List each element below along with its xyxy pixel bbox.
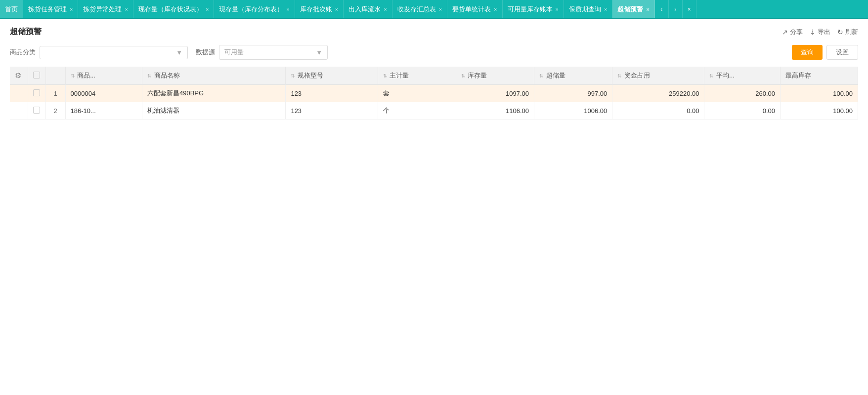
table-row: 2 186-10... 机油滤清器 123 个 1106.00 1006.00 … xyxy=(10,102,858,119)
page-title: 超储预警 xyxy=(10,27,42,37)
sort-icon: ⇅ xyxy=(147,73,151,79)
row-avg: 0.00 xyxy=(704,102,781,119)
nav-arrow-right[interactable]: › xyxy=(669,0,683,18)
header-actions: ↗ 分享 ⇣ 导出 ↻ 刷新 xyxy=(782,28,858,37)
filter-row: 商品分类 ▼ 数据源 可用量 ▼ 查询 设置 xyxy=(10,45,858,60)
nav-shelf-life[interactable]: 保质期查询 × xyxy=(564,0,612,18)
sort-icon: ⇅ xyxy=(617,73,621,79)
row-checkbox-cell xyxy=(28,85,45,102)
nav-inventory-status[interactable]: 现存量（库存状况表） × xyxy=(133,0,214,18)
row-spec: 123 xyxy=(286,85,378,102)
nav-bar: 首页 拣货任务管理 × 拣货异常处理 × 现存量（库存状况表） × 现存量（库存… xyxy=(0,0,868,19)
row-capital: 0.00 xyxy=(612,102,704,119)
nav-overstock[interactable]: 超储预警 × xyxy=(612,0,654,18)
close-icon[interactable]: × xyxy=(125,6,128,12)
row-index: 2 xyxy=(45,102,65,119)
close-icon[interactable]: × xyxy=(439,6,442,12)
row-product-name: 机油滤清器 xyxy=(142,102,285,119)
nav-available-stock[interactable]: 可用量库存账本 × xyxy=(503,0,564,18)
nav-arrow-left[interactable]: ‹ xyxy=(655,0,669,18)
chevron-down-icon: ▼ xyxy=(316,49,322,56)
refresh-button[interactable]: ↻ 刷新 xyxy=(837,28,858,37)
th-check xyxy=(28,67,45,85)
nav-home[interactable]: 首页 xyxy=(0,0,23,18)
share-icon: ↗ xyxy=(782,28,788,36)
nav-exception[interactable]: 拣货异常处理 × xyxy=(78,0,133,18)
nav-batch[interactable]: 库存批次账 × xyxy=(295,0,344,18)
row-checkbox-cell xyxy=(28,102,45,119)
filter-actions: 查询 设置 xyxy=(792,45,858,60)
th-capital[interactable]: ⇅ 资金占用 xyxy=(612,67,704,85)
share-button[interactable]: ↗ 分享 xyxy=(782,28,803,37)
gear-icon[interactable]: ⚙ xyxy=(15,71,21,79)
sort-icon: ⇅ xyxy=(71,73,75,79)
row-gear xyxy=(10,102,28,119)
table-row: 1 0000004 六配套新昌490BPG 123 套 1097.00 997.… xyxy=(10,85,858,102)
data-table: ⚙ ⇅ 商品... ⇅ 商品名称 ⇅ 规格型号 xyxy=(10,67,858,119)
row-stock: 1106.00 xyxy=(456,102,534,119)
row-checkbox[interactable] xyxy=(33,107,40,114)
row-gear xyxy=(10,85,28,102)
th-avg[interactable]: ⇅ 平均... xyxy=(704,67,781,85)
export-button[interactable]: ⇣ 导出 xyxy=(810,28,830,37)
sort-icon: ⇅ xyxy=(383,73,387,79)
row-avg: 260.00 xyxy=(704,85,781,102)
row-unit: 个 xyxy=(378,102,456,119)
sort-icon: ⇅ xyxy=(291,73,295,79)
nav-arrow-more[interactable]: × xyxy=(683,0,696,18)
chevron-down-icon: ▼ xyxy=(176,49,182,56)
row-product-code: 186-10... xyxy=(65,102,142,119)
export-icon: ⇣ xyxy=(810,28,816,36)
th-product-code[interactable]: ⇅ 商品... xyxy=(65,67,142,85)
close-icon[interactable]: × xyxy=(335,6,338,12)
close-icon[interactable]: × xyxy=(384,6,387,12)
datasource-select[interactable]: 可用量 ▼ xyxy=(219,45,328,60)
nav-inout-flow[interactable]: 出入库流水 × xyxy=(344,0,392,18)
row-stock: 1097.00 xyxy=(456,85,534,102)
th-unit[interactable]: ⇅ 主计量 xyxy=(378,67,456,85)
row-index: 1 xyxy=(45,85,65,102)
th-stock[interactable]: ⇅ 库存量 xyxy=(456,67,534,85)
datasource-filter-group: 数据源 可用量 ▼ xyxy=(196,45,328,60)
row-unit: 套 xyxy=(378,85,456,102)
settings-button[interactable]: 设置 xyxy=(826,45,858,60)
category-filter-group: 商品分类 ▼ xyxy=(10,46,188,59)
close-icon[interactable]: × xyxy=(206,6,209,12)
close-icon[interactable]: × xyxy=(70,6,73,12)
th-spec[interactable]: ⇅ 规格型号 xyxy=(286,67,378,85)
row-overstock: 997.00 xyxy=(534,85,612,102)
close-icon[interactable]: × xyxy=(556,6,559,12)
th-gear[interactable]: ⚙ xyxy=(10,67,28,85)
nav-inventory-dist[interactable]: 现存量（库存分布表） × xyxy=(214,0,295,18)
sort-icon: ⇅ xyxy=(709,73,713,79)
row-product-code: 0000004 xyxy=(65,85,142,102)
th-overstock[interactable]: ⇅ 超储量 xyxy=(534,67,612,85)
th-max-stock: 最高库存 xyxy=(781,67,858,85)
category-label: 商品分类 xyxy=(10,48,36,57)
row-spec: 123 xyxy=(286,102,378,119)
page-header: 超储预警 ↗ 分享 ⇣ 导出 ↻ 刷新 xyxy=(10,27,858,37)
nav-order-stats[interactable]: 要货单统计表 × xyxy=(447,0,502,18)
sort-icon: ⇅ xyxy=(539,73,543,79)
close-icon[interactable]: × xyxy=(286,6,289,12)
th-product-name[interactable]: ⇅ 商品名称 xyxy=(142,67,285,85)
close-icon[interactable]: × xyxy=(494,6,497,12)
category-select[interactable]: ▼ xyxy=(40,46,188,59)
nav-task-mgmt[interactable]: 拣货任务管理 × xyxy=(23,0,78,18)
close-icon[interactable]: × xyxy=(604,6,607,12)
row-max-stock: 100.00 xyxy=(781,102,858,119)
refresh-icon: ↻ xyxy=(837,28,843,36)
row-checkbox[interactable] xyxy=(33,89,40,96)
query-button[interactable]: 查询 xyxy=(792,45,823,60)
page-content: 超储预警 ↗ 分享 ⇣ 导出 ↻ 刷新 商品分类 ▼ 数据源 xyxy=(0,19,868,395)
row-capital: 259220.00 xyxy=(612,85,704,102)
row-product-name: 六配套新昌490BPG xyxy=(142,85,285,102)
row-max-stock: 100.00 xyxy=(781,85,858,102)
nav-collect-summary[interactable]: 收发存汇总表 × xyxy=(392,0,447,18)
select-all-checkbox[interactable] xyxy=(33,72,40,79)
sort-icon: ⇅ xyxy=(461,73,465,79)
close-icon[interactable]: × xyxy=(646,6,649,12)
datasource-label: 数据源 xyxy=(196,48,215,57)
th-index xyxy=(45,67,65,85)
row-overstock: 1006.00 xyxy=(534,102,612,119)
